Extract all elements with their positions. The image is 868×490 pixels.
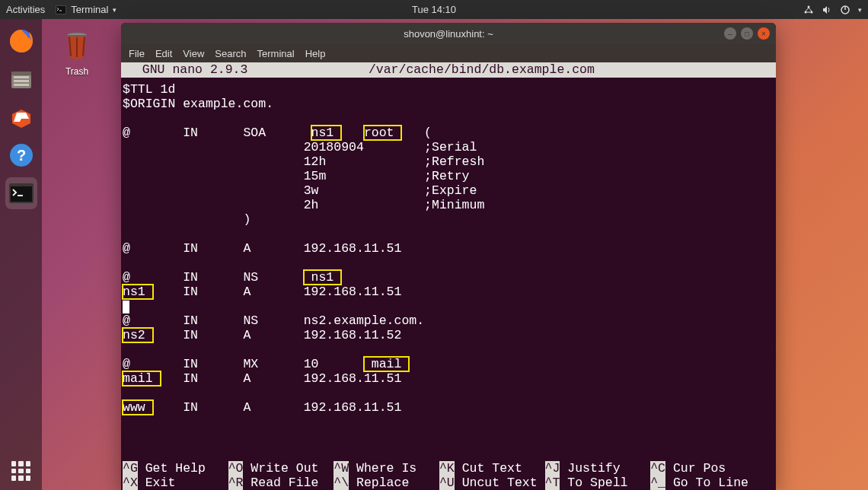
nano-header: GNU nano 2.9.3 /var/cache/bind/db.exampl… xyxy=(121,62,776,78)
files-icon xyxy=(8,65,35,93)
menu-file[interactable]: File xyxy=(129,48,145,59)
svg-text:?: ? xyxy=(16,147,25,164)
dock-help[interactable]: ? xyxy=(5,139,37,171)
svg-rect-11 xyxy=(14,76,29,78)
dock-software[interactable] xyxy=(5,101,37,133)
menubar: File Edit View Search Terminal Help xyxy=(121,44,776,62)
chevron-down-icon: ▾ xyxy=(113,6,116,14)
terminal-window: shovon@linuxhint: ~ – □ × File Edit View… xyxy=(121,23,776,490)
close-button[interactable]: × xyxy=(758,27,770,40)
terminal-body[interactable]: GNU nano 2.9.3 /var/cache/bind/db.exampl… xyxy=(121,62,776,490)
menu-view[interactable]: View xyxy=(183,48,204,59)
firefox-icon xyxy=(8,27,35,55)
volume-icon[interactable] xyxy=(822,5,832,15)
software-icon xyxy=(8,103,35,131)
terminal-icon xyxy=(8,182,35,205)
dock-firefox[interactable] xyxy=(5,25,37,57)
power-icon[interactable] xyxy=(840,5,850,15)
activities-button[interactable]: Activities xyxy=(6,4,45,15)
network-icon[interactable] xyxy=(803,5,814,15)
minimize-button[interactable]: – xyxy=(724,27,736,40)
window-titlebar[interactable]: shovon@linuxhint: ~ – □ × xyxy=(121,23,776,44)
svg-rect-10 xyxy=(11,72,31,75)
help-icon: ? xyxy=(8,142,35,169)
svg-rect-12 xyxy=(14,80,29,82)
nano-footer: ^G Get Help ^O Write Out ^W Where Is ^K … xyxy=(121,461,776,490)
trash-label: Trash xyxy=(61,66,93,77)
desktop-trash[interactable]: Trash xyxy=(61,29,93,77)
top-panel: Activities Terminal ▾ Tue 14:10 ▾ xyxy=(0,0,868,19)
menu-edit[interactable]: Edit xyxy=(155,48,172,59)
clock[interactable]: Tue 14:10 xyxy=(412,4,456,15)
menu-search[interactable]: Search xyxy=(215,48,246,59)
nano-content: $TTL 1d$ORIGIN example.com. @ IN SOA ns1… xyxy=(121,78,776,415)
menu-terminal[interactable]: Terminal xyxy=(257,48,295,59)
app-menu[interactable]: Terminal ▾ xyxy=(56,4,116,15)
dock: ? xyxy=(0,19,42,490)
app-menu-label: Terminal xyxy=(71,4,108,15)
show-apps-button[interactable] xyxy=(11,461,31,481)
svg-rect-13 xyxy=(14,84,29,86)
chevron-down-icon: ▾ xyxy=(858,6,862,14)
dock-files[interactable] xyxy=(5,63,37,95)
dock-terminal[interactable] xyxy=(5,177,37,209)
trash-icon xyxy=(61,29,93,61)
terminal-icon xyxy=(56,5,66,14)
menu-help[interactable]: Help xyxy=(305,48,326,59)
maximize-button[interactable]: □ xyxy=(741,27,753,40)
window-title: shovon@linuxhint: ~ xyxy=(404,28,493,40)
